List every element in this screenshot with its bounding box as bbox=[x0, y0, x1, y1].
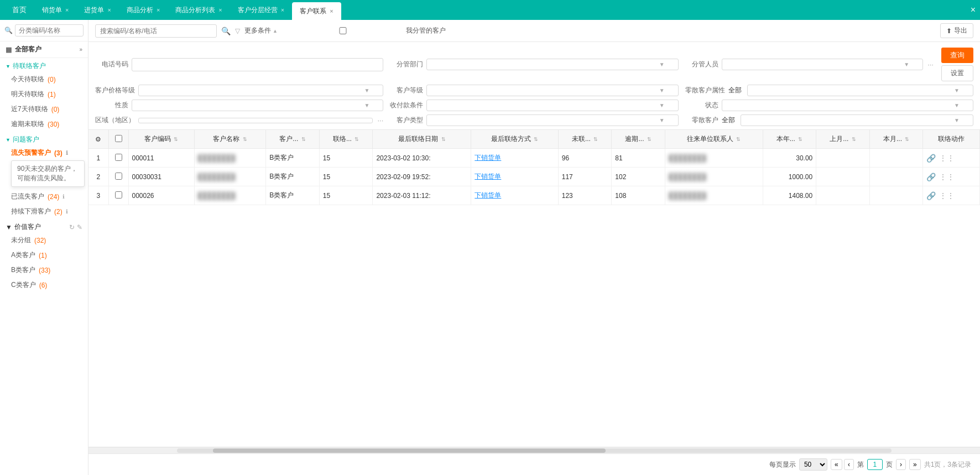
close-analysis-list-tab[interactable]: × bbox=[218, 7, 222, 13]
row-last-method-0[interactable]: 下销货单 bbox=[471, 149, 558, 168]
export-button[interactable]: ⬆ 导出 bbox=[940, 23, 973, 38]
sort-type[interactable]: ⇅ bbox=[301, 137, 306, 142]
sidebar-item-today[interactable]: 今天待联络(0) bbox=[0, 72, 88, 87]
sort-contact-count[interactable]: ⇅ bbox=[355, 137, 359, 142]
sort-uncontacted[interactable]: ⇅ bbox=[593, 137, 598, 142]
sidebar-group-pending[interactable]: ▼ 待联络客户 bbox=[0, 58, 88, 72]
search-button[interactable]: 🔍 bbox=[221, 27, 231, 35]
tab-analysis-list[interactable]: 商品分析列表 × bbox=[168, 0, 230, 20]
row-name-1: ████████ bbox=[194, 168, 266, 186]
last-page-button[interactable]: » bbox=[909, 459, 921, 470]
first-page-button[interactable]: « bbox=[831, 459, 842, 470]
sort-name[interactable]: ⇅ bbox=[243, 137, 247, 142]
filter-person-select[interactable]: ▼ bbox=[722, 59, 923, 70]
row-checkbox-2[interactable] bbox=[108, 186, 128, 205]
th-last-method: 最后联络方式 ⇅ bbox=[471, 130, 558, 149]
scroll-thumb[interactable] bbox=[213, 448, 606, 453]
region-more-button[interactable]: ··· bbox=[377, 116, 383, 124]
sort-code[interactable]: ⇅ bbox=[174, 137, 178, 142]
sidebar-search-area: 🔍 bbox=[0, 20, 88, 41]
sidebar-search-input[interactable] bbox=[15, 24, 84, 36]
sidebar-item-c-class[interactable]: C类客户(6) bbox=[0, 278, 88, 293]
sidebar-item-ungrouped[interactable]: 未分组(32) bbox=[0, 233, 88, 248]
tab-sales[interactable]: 销货单 × bbox=[34, 0, 76, 20]
filter-customer-type-label: 客户类型 bbox=[390, 116, 423, 125]
sort-contacts[interactable]: ⇅ bbox=[736, 137, 741, 142]
sidebar-item-lost[interactable]: 已流失客户(24) ℹ bbox=[0, 189, 88, 204]
settings-button[interactable]: 设置 bbox=[941, 65, 973, 81]
prev-page-button[interactable]: ‹ bbox=[844, 459, 854, 470]
filter-nature-select[interactable]: ▼ bbox=[132, 100, 383, 111]
row-last-method-2[interactable]: 下销货单 bbox=[471, 186, 558, 205]
sort-overdue[interactable]: ⇅ bbox=[647, 137, 651, 142]
sort-last-method[interactable]: ⇅ bbox=[534, 137, 538, 142]
close-window-button[interactable]: × bbox=[971, 5, 976, 15]
sidebar-item-churn-warning[interactable]: 流失预警客户(3) ℹ bbox=[0, 145, 88, 160]
tab-customer-tier[interactable]: 客户分层经营 × bbox=[230, 0, 292, 20]
th-settings[interactable]: ⚙ bbox=[88, 130, 108, 149]
sort-last-month[interactable]: ⇅ bbox=[852, 137, 856, 142]
th-type: 客户... ⇅ bbox=[266, 130, 320, 149]
th-contacts: 往来单位联系人 ⇅ bbox=[665, 130, 763, 149]
person-more-button[interactable]: ··· bbox=[927, 60, 934, 69]
sort-last-date[interactable]: ⇅ bbox=[441, 137, 446, 142]
row-action-more-0[interactable]: ⋮⋮ bbox=[939, 154, 955, 163]
row-action-more-1[interactable]: ⋮⋮ bbox=[939, 173, 955, 181]
filter-dept-select[interactable]: ▼ bbox=[426, 59, 678, 70]
filter-phone-input[interactable] bbox=[132, 58, 383, 71]
row-uncontacted-0: 96 bbox=[558, 149, 612, 168]
close-customer-tier-tab[interactable]: × bbox=[281, 7, 284, 13]
row-last-method-1[interactable]: 下销货单 bbox=[471, 168, 558, 186]
row-checkbox-1[interactable] bbox=[108, 168, 128, 186]
row-action-link-2[interactable]: 🔗 bbox=[926, 191, 936, 200]
my-customer-checkbox[interactable] bbox=[282, 27, 404, 34]
sidebar-item-declining[interactable]: 持续下滑客户(2) ℹ bbox=[0, 204, 88, 219]
row-action-link-0[interactable]: 🔗 bbox=[926, 154, 936, 163]
close-sales-tab[interactable]: × bbox=[65, 7, 69, 13]
sidebar-item-a-class[interactable]: A类客户(1) bbox=[0, 248, 88, 263]
th-checkbox[interactable] bbox=[108, 130, 128, 149]
sidebar-item-b-class[interactable]: B类客户(33) bbox=[0, 263, 88, 278]
sidebar-item-tomorrow[interactable]: 明天待联络(1) bbox=[0, 87, 88, 102]
close-customer-contact-tab[interactable]: × bbox=[330, 8, 333, 14]
tab-purchase[interactable]: 进货单 × bbox=[76, 0, 118, 20]
search-input[interactable] bbox=[95, 24, 217, 38]
payment-arrow: ▼ bbox=[659, 102, 665, 108]
next-page-button[interactable]: › bbox=[896, 459, 906, 470]
filter-customer-type-select[interactable]: ▼ bbox=[426, 114, 678, 126]
filter-zero-attr-select[interactable]: ▼ bbox=[747, 85, 973, 96]
table-row: 1 000011 ████████ B类客户 15 2023-03-02 10:… bbox=[88, 149, 980, 168]
tab-home[interactable]: 首页 bbox=[4, 0, 34, 20]
filter-customer-level-label: 客户等级 bbox=[390, 86, 423, 95]
close-purchase-tab[interactable]: × bbox=[107, 7, 111, 13]
current-page[interactable]: 1 bbox=[867, 459, 883, 470]
row-action-more-2[interactable]: ⋮⋮ bbox=[939, 191, 955, 200]
filter-region-select[interactable] bbox=[138, 118, 373, 123]
query-button[interactable]: 查询 bbox=[941, 48, 973, 63]
sort-this-month[interactable]: ⇅ bbox=[905, 137, 909, 142]
more-filter-button[interactable]: 更多条件 ▲ bbox=[244, 26, 278, 35]
horizontal-scrollbar[interactable] bbox=[88, 447, 980, 453]
sidebar-item-overdue[interactable]: 逾期未联络(30) bbox=[0, 117, 88, 132]
sidebar-all-customers[interactable]: ▦ 全部客户 » bbox=[0, 41, 88, 58]
select-all-checkbox[interactable] bbox=[115, 135, 122, 142]
sidebar-item-7days[interactable]: 近7天待联络(0) bbox=[0, 102, 88, 117]
sort-this-year[interactable]: ⇅ bbox=[798, 137, 802, 142]
row-uncontacted-1: 117 bbox=[558, 168, 612, 186]
th-this-year: 本年... ⇅ bbox=[763, 130, 816, 149]
per-page-select[interactable]: 50 100 200 bbox=[799, 458, 827, 471]
sidebar-group-value[interactable]: ▼ 价值客户 ↻ ✎ bbox=[0, 219, 88, 233]
filter-price-level-select[interactable]: ▼ bbox=[138, 85, 383, 96]
row-checkbox-0[interactable] bbox=[108, 149, 128, 168]
filter-zero-customer-select[interactable]: ▼ bbox=[741, 114, 973, 126]
my-customer-checkbox-label[interactable]: 我分管的客户 bbox=[282, 26, 446, 35]
tab-customer-contact[interactable]: 客户联系 × bbox=[292, 2, 341, 20]
close-analysis-tab[interactable]: × bbox=[157, 7, 160, 13]
tab-analysis[interactable]: 商品分析 × bbox=[119, 0, 168, 20]
per-page-label: 每页显示 bbox=[769, 460, 796, 469]
filter-status-select[interactable]: ▼ bbox=[722, 100, 973, 111]
filter-payment-select[interactable]: ▼ bbox=[426, 100, 678, 111]
sidebar-group-problem[interactable]: ▼ 问题客户 bbox=[0, 132, 88, 145]
row-action-link-1[interactable]: 🔗 bbox=[926, 173, 936, 181]
filter-customer-level-select[interactable]: ▼ bbox=[426, 85, 678, 96]
